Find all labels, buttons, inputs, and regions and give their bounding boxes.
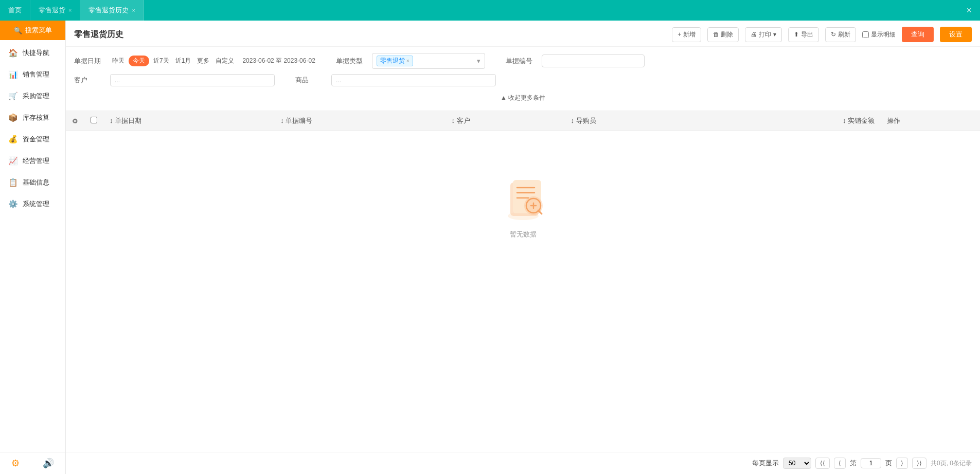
tab-retail-return-label: 零售退货 [39, 6, 65, 15]
goods-selector[interactable]: ... [331, 74, 496, 86]
volume-icon[interactable]: 🔊 [43, 458, 54, 469]
date-opt-more[interactable]: 更多 [195, 56, 211, 66]
table-select-all-checkbox[interactable] [91, 117, 97, 123]
sidebar-item-inventory-label: 库存核算 [23, 113, 49, 122]
number-label: 单据编号 [506, 57, 542, 66]
sidebar-item-operations[interactable]: 📈 经营管理 [0, 150, 65, 172]
sidebar-bottom: ⚙ 🔊 [0, 452, 65, 474]
table-checkbox-col [84, 111, 103, 131]
setting-button[interactable]: 设置 [940, 27, 972, 42]
sidebar-item-sales[interactable]: 📊 销售管理 [0, 64, 65, 85]
number-input[interactable] [542, 54, 645, 67]
display-toggle-checkbox[interactable] [862, 31, 869, 38]
customer-label: 客户 [74, 76, 110, 85]
sidebar-item-finance[interactable]: 💰 资金管理 [0, 129, 65, 150]
date-opt-1month[interactable]: 近1月 [173, 56, 193, 66]
tab-retail-return-close[interactable]: × [68, 7, 72, 13]
operations-icon: 📈 [8, 156, 17, 166]
purchase-icon: 🛒 [8, 92, 17, 101]
date-opt-yesterday[interactable]: 昨天 [110, 56, 127, 66]
sidebar-item-system-label: 系统管理 [23, 199, 49, 209]
date-options: 昨天 今天 近7天 近1月 更多 自定义 2023-06-02 至 2023-0… [110, 56, 315, 66]
col-salesperson: ↕ 导购员 [565, 111, 710, 131]
sidebar-item-operations-label: 经营管理 [23, 156, 49, 166]
print-arrow-icon: ▾ [773, 31, 776, 38]
settings-bottom-icon[interactable]: ⚙ [11, 458, 20, 469]
date-opt-7days[interactable]: 近7天 [151, 56, 171, 66]
col-date: ↕ 单据日期 [103, 111, 274, 131]
total-info: 共0页, 0条记录 [931, 459, 972, 468]
filter-row-2: 客户 ... 商品 ... [74, 74, 972, 86]
date-opt-today[interactable]: 今天 [129, 56, 149, 66]
table-settings-icon[interactable]: ⚙ [72, 117, 78, 125]
col-customer: ↕ 客户 [446, 111, 565, 131]
sidebar-search-label: 搜索菜单 [25, 26, 52, 35]
display-toggle-label: 显示明细 [871, 30, 896, 39]
tab-retail-return-history[interactable]: 零售退货历史 × [80, 0, 144, 21]
first-page-button[interactable]: ⟨⟨ [815, 458, 830, 469]
sidebar-item-system[interactable]: ⚙️ 系统管理 [0, 193, 65, 215]
empty-state: 暂无数据 [66, 131, 980, 280]
shortcuts-icon: 🏠 [8, 48, 17, 58]
col-number: ↕ 单据编号 [274, 111, 445, 131]
new-button[interactable]: + 新增 [672, 27, 701, 42]
main-layout: 🔍 搜索菜单 🏠 快捷导航 📊 销售管理 🛒 采购管理 📦 [0, 21, 980, 474]
top-bar-right: × [966, 5, 980, 16]
tab-home-label: 首页 [8, 6, 22, 15]
content-area: 零售退货历史 + 新增 🗑 删除 🖨 打印 ▾ ⬆ 导出 [66, 21, 980, 474]
top-bar: 首页 零售退货 × 零售退货历史 × × [0, 0, 980, 21]
print-button[interactable]: 🖨 打印 ▾ [745, 27, 782, 42]
customer-selector[interactable]: ... [110, 74, 275, 86]
prev-page-button[interactable]: ⟨ [834, 458, 846, 469]
display-toggle[interactable]: 显示明细 [862, 30, 896, 39]
sidebar-item-sales-label: 销售管理 [23, 70, 49, 79]
type-selector[interactable]: 零售退货 × ▾ [372, 53, 485, 69]
system-icon: ⚙️ [8, 199, 17, 209]
goods-label: 商品 [295, 76, 331, 85]
type-tag-close[interactable]: × [406, 58, 409, 64]
date-opt-custom[interactable]: 自定义 [213, 56, 236, 66]
table-header-row: ⚙ ↕ 单据日期 ↕ 单据编号 [66, 111, 980, 131]
next-page-button[interactable]: ⟩ [896, 458, 908, 469]
date-label: 单据日期 [74, 57, 110, 66]
filter-row-1: 单据日期 昨天 今天 近7天 近1月 更多 自定义 2023-06-02 至 2… [74, 53, 972, 69]
window-close-icon[interactable]: × [966, 5, 972, 16]
sidebar-item-inventory[interactable]: 📦 库存核算 [0, 107, 65, 129]
current-page-input[interactable] [861, 458, 881, 468]
data-table: ⚙ ↕ 单据日期 ↕ 单据编号 [66, 111, 980, 280]
table-head: ⚙ ↕ 单据日期 ↕ 单据编号 [66, 111, 980, 131]
refresh-label: 刷新 [838, 30, 850, 39]
col-amount-label: ↕ 实销金额 [843, 117, 875, 124]
date-range-text: 2023-06-02 至 2023-06-02 [242, 57, 315, 65]
tab-retail-return-history-label: 零售退货历史 [88, 6, 129, 15]
tab-home[interactable]: 首页 [0, 0, 30, 21]
export-button[interactable]: ⬆ 导出 [788, 27, 819, 42]
page-content: 零售退货历史 + 新增 🗑 删除 🖨 打印 ▾ ⬆ 导出 [66, 21, 980, 474]
sidebar-item-purchase[interactable]: 🛒 采购管理 [0, 85, 65, 107]
sidebar-item-shortcuts[interactable]: 🏠 快捷导航 [0, 42, 65, 64]
col-date-label: ↕ 单据日期 [110, 117, 141, 124]
sidebar-item-basic-info[interactable]: 📋 基础信息 [0, 172, 65, 193]
sidebar-item-finance-label: 资金管理 [23, 135, 49, 144]
page-unit-label: 页 [885, 459, 892, 468]
last-page-button[interactable]: ⟩⟩ [912, 458, 926, 469]
col-customer-label: ↕ 客户 [452, 117, 470, 124]
tab-list: 首页 零售退货 × 零售退货历史 × [0, 0, 966, 21]
header-actions: + 新增 🗑 删除 🖨 打印 ▾ ⬆ 导出 ↻ [672, 27, 972, 42]
sidebar-item-basic-info-label: 基础信息 [23, 178, 49, 187]
export-label: 导出 [801, 30, 813, 39]
collapse-button[interactable]: ▲ 收起更多条件 [494, 92, 551, 104]
inventory-icon: 📦 [8, 113, 17, 122]
delete-button[interactable]: 🗑 删除 [707, 27, 739, 42]
table-settings-col: ⚙ [66, 111, 84, 131]
pagination-bar: 每页显示 20 50 100 ⟨⟨ ⟨ 第 页 ⟩ ⟩⟩ 共0页, 0条记录 [66, 452, 980, 474]
col-salesperson-label: ↕ 导购员 [571, 117, 596, 124]
refresh-button[interactable]: ↻ 刷新 [825, 27, 856, 42]
sidebar-nav: 🏠 快捷导航 📊 销售管理 🛒 采购管理 📦 库存核算 💰 资金管 [0, 40, 65, 452]
tab-retail-return[interactable]: 零售退货 × [30, 0, 80, 21]
sidebar-search[interactable]: 🔍 搜索菜单 [0, 21, 65, 40]
page-size-select[interactable]: 20 50 100 [783, 458, 811, 469]
tab-retail-return-history-close[interactable]: × [132, 7, 135, 13]
query-button[interactable]: 查询 [902, 27, 934, 42]
type-tag-label: 零售退货 [380, 57, 405, 65]
